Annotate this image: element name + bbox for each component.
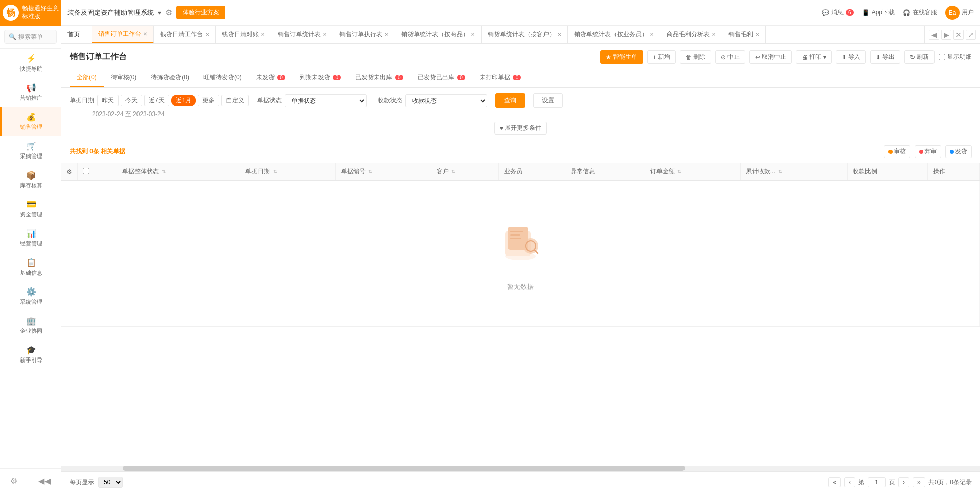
date-7days-btn[interactable]: 近7天 xyxy=(144,95,169,106)
sidebar-item-marketing[interactable]: 📢 营销推广 xyxy=(0,78,61,107)
tab-close-cash-reconcile[interactable]: ✕ xyxy=(261,32,265,37)
sidebar-item-sales[interactable]: 💰 销售管理 xyxy=(0,107,61,136)
tab-close-summary-staff[interactable]: ✕ xyxy=(650,32,654,37)
tab-sales-exec[interactable]: 销售订单执行表 ✕ xyxy=(333,26,395,43)
col-status: 单据整体状态 ⇅ xyxy=(117,163,240,181)
add-btn[interactable]: + 新增 xyxy=(647,50,676,64)
refresh-btn[interactable]: ↻ 刷新 xyxy=(904,50,935,64)
app-download-btn[interactable]: 📱 App下载 xyxy=(862,8,895,17)
date-yesterday-btn[interactable]: 昨天 xyxy=(97,95,119,106)
suspend-btn[interactable]: ⊘ 中止 xyxy=(715,50,745,64)
tab-close-sales-stats[interactable]: ✕ xyxy=(323,32,327,37)
sort-date-icon[interactable]: ⇅ xyxy=(273,169,277,174)
export-btn[interactable]: ⬇ 导出 xyxy=(870,50,900,64)
settings-cols-icon[interactable]: ⚙ xyxy=(66,168,72,175)
sub-tab-pending-review[interactable]: 待审核(0) xyxy=(104,69,144,87)
page-number-input[interactable] xyxy=(868,477,886,487)
sort-number-icon[interactable]: ⇅ xyxy=(368,169,372,174)
sidebar-item-purchase[interactable]: 🛒 采购管理 xyxy=(0,136,61,165)
online-service-btn[interactable]: 🎧 在线客服 xyxy=(903,8,937,17)
solution-btn[interactable]: 体验行业方案 xyxy=(176,6,225,19)
topbar-gear-icon[interactable]: ⚙ xyxy=(165,8,172,17)
sub-tab-shipped-not-out[interactable]: 已发货未出库 0 xyxy=(348,69,410,87)
sub-tab-all[interactable]: 全部(0) xyxy=(70,69,104,87)
tab-prev-btn[interactable]: ◀ xyxy=(929,30,939,40)
per-page-select[interactable]: 50 xyxy=(98,477,123,488)
tab-gross-margin[interactable]: 商品毛利分析表 ✕ xyxy=(660,26,722,43)
sub-tab-shipped-out[interactable]: 已发货已出库 0 xyxy=(411,69,472,87)
prev-page-btn[interactable]: ‹ xyxy=(844,477,855,487)
tab-next-btn[interactable]: ▶ xyxy=(941,30,951,40)
tab-close-sales-profit[interactable]: ✕ xyxy=(755,32,759,37)
tab-close-all-btn[interactable]: ✕ xyxy=(953,30,964,40)
status-select[interactable]: 单据状态 xyxy=(285,94,367,107)
sub-tab-overdue-ship[interactable]: 到期未发货 0 xyxy=(292,69,348,87)
scrollbar-thumb[interactable] xyxy=(123,466,685,471)
import-btn[interactable]: ⬆ 导入 xyxy=(836,50,866,64)
sort-customer-icon[interactable]: ⇅ xyxy=(451,169,455,174)
tab-close-summary-product[interactable]: ✕ xyxy=(471,32,475,37)
tab-maximize-btn[interactable]: ⤢ xyxy=(966,30,976,40)
col-setting[interactable]: ⚙ xyxy=(61,163,78,181)
tab-close-summary-customer[interactable]: ✕ xyxy=(557,32,561,37)
review-btn[interactable]: 审核 xyxy=(884,145,910,158)
first-page-btn[interactable]: « xyxy=(828,477,841,487)
sort-amount-icon[interactable]: ⇅ xyxy=(677,169,681,174)
print-btn[interactable]: 🖨 打印 ▾ xyxy=(796,50,832,64)
user-area[interactable]: Ea 用户 xyxy=(945,6,974,20)
search-menu-btn[interactable]: 🔍 搜索菜单 xyxy=(4,30,57,44)
show-detail-checkbox[interactable] xyxy=(939,54,945,60)
settings-gear-icon[interactable]: ⚙ xyxy=(8,474,19,488)
payment-select[interactable]: 收款状态 xyxy=(405,94,487,107)
collapse-sidebar-btn[interactable]: ◀◀ xyxy=(36,474,53,488)
sidebar-item-quicknav[interactable]: ⚡ 快捷导航 xyxy=(0,49,61,78)
sub-tab-not-printed[interactable]: 未打印单据 0 xyxy=(472,69,528,87)
date-1month-btn[interactable]: 近1月 xyxy=(171,95,196,106)
select-all-checkbox[interactable] xyxy=(83,168,89,174)
tab-sales-stats[interactable]: 销售订单统计表 ✕ xyxy=(271,26,333,43)
tab-sales-summary-staff[interactable]: 销货单统计表（按业务员） ✕ xyxy=(568,26,660,43)
smart-create-btn[interactable]: ★ 智能生单 xyxy=(600,50,643,64)
sort-status-icon[interactable]: ⇅ xyxy=(162,169,166,174)
next-page-btn[interactable]: › xyxy=(898,477,909,487)
tab-close-sales-exec[interactable]: ✕ xyxy=(384,32,389,37)
sidebar-item-finance[interactable]: 💳 资金管理 xyxy=(0,194,61,223)
sub-tab-not-shipped[interactable]: 未发货 0 xyxy=(249,69,292,87)
cancel-review-btn[interactable]: 弃审 xyxy=(915,145,941,158)
sidebar-item-guide[interactable]: 🎓 新手引导 xyxy=(0,340,61,369)
date-more-btn[interactable]: 更多 xyxy=(198,95,219,106)
sort-received-icon[interactable]: ⇅ xyxy=(778,169,782,174)
tab-sales-summary-product[interactable]: 销货单统计表（按商品） ✕ xyxy=(395,26,482,43)
tab-sales-profit[interactable]: 销售毛利 ✕ xyxy=(722,26,766,43)
tab-close-gross-margin[interactable]: ✕ xyxy=(712,32,716,37)
tab-sales-workbench[interactable]: 销售订单工作台 ✕ xyxy=(92,26,154,43)
date-today-btn[interactable]: 今天 xyxy=(121,95,142,106)
tab-close-cash-daily[interactable]: ✕ xyxy=(205,32,209,37)
message-btn[interactable]: 💬 消息 6 xyxy=(822,8,854,17)
sub-tab-wangpu-ship[interactable]: 旺铺待发货(0) xyxy=(196,69,249,87)
tab-home[interactable]: 首页 xyxy=(61,26,92,43)
tab-close-sales-workbench[interactable]: ✕ xyxy=(143,31,147,37)
settings-btn[interactable]: 设置 xyxy=(533,93,563,108)
col-select-all[interactable] xyxy=(78,163,117,181)
show-detail-label[interactable]: 显示明细 xyxy=(939,53,972,61)
sidebar-item-system[interactable]: ⚙️ 系统管理 xyxy=(0,282,61,311)
tab-cash-daily[interactable]: 钱货日清工作台 ✕ xyxy=(154,26,216,43)
delete-btn[interactable]: 🗑 删除 xyxy=(680,50,711,64)
date-custom-btn[interactable]: 自定义 xyxy=(221,95,249,106)
expand-btn[interactable]: ▾ 展开更多条件 xyxy=(494,122,547,135)
sidebar-item-inventory[interactable]: 📦 库存核算 xyxy=(0,165,61,194)
tab-cash-reconcile[interactable]: 钱货日清对账 ✕ xyxy=(216,26,271,43)
sidebar-item-basic[interactable]: 📋 基础信息 xyxy=(0,253,61,282)
sub-tab-pending-inspect[interactable]: 待拣货验货(0) xyxy=(144,69,196,87)
ship-btn[interactable]: 发货 xyxy=(945,145,972,158)
topbar-left: 装备及固定资产辅助管理系统 ▾ ⚙ 体验行业方案 xyxy=(67,6,225,19)
tab-sales-summary-customer[interactable]: 销货单统计表（按客户） ✕ xyxy=(482,26,568,43)
horizontal-scrollbar[interactable] xyxy=(61,466,980,471)
sidebar-item-enterprise[interactable]: 🏢 企业协同 xyxy=(0,311,61,340)
sidebar-item-operations[interactable]: 📊 经营管理 xyxy=(0,223,61,253)
search-btn[interactable]: 查询 xyxy=(495,93,525,108)
last-page-btn[interactable]: » xyxy=(913,477,925,487)
system-dropdown-btn[interactable]: ▾ xyxy=(158,9,161,16)
cancel-suspend-btn[interactable]: ↩ 取消中止 xyxy=(749,50,792,64)
